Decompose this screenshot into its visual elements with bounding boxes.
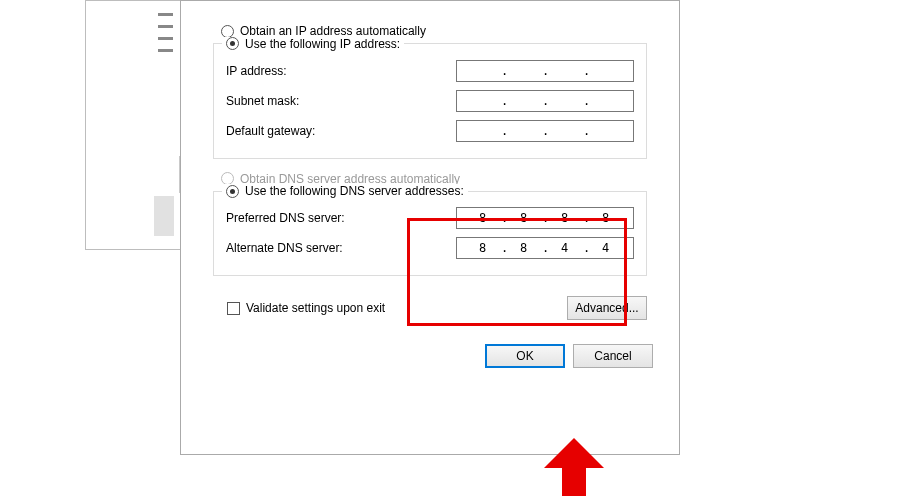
radio-use-ip-manual[interactable]: Use the following IP address: bbox=[222, 37, 404, 51]
radio-use-dns-manual[interactable]: Use the following DNS server addresses: bbox=[222, 184, 468, 198]
radio-label: Use the following IP address: bbox=[245, 37, 400, 51]
default-gateway-label: Default gateway: bbox=[226, 120, 315, 142]
ip-address-label: IP address: bbox=[226, 64, 456, 78]
preferred-dns-label: Preferred DNS server: bbox=[226, 211, 456, 225]
ok-button[interactable]: OK bbox=[485, 344, 565, 368]
subnet-mask-label: Subnet mask: bbox=[226, 94, 456, 108]
alternate-dns-label: Alternate DNS server: bbox=[226, 241, 456, 255]
checkbox-icon bbox=[227, 302, 240, 315]
tcpip-properties-dialog: Obtain an IP address automatically Use t… bbox=[180, 0, 680, 455]
ip-address-input[interactable]: . . . bbox=[456, 60, 634, 82]
subnet-mask-input[interactable]: . . . bbox=[456, 90, 634, 112]
dns-server-group: Use the following DNS server addresses: … bbox=[213, 191, 647, 277]
validate-label: Validate settings upon exit bbox=[246, 301, 385, 315]
background-window bbox=[85, 0, 195, 250]
alternate-dns-input[interactable]: 8. 8. 4. 4 bbox=[456, 237, 634, 259]
radio-label: Use the following DNS server addresses: bbox=[245, 184, 464, 198]
validate-settings-checkbox[interactable]: Validate settings upon exit bbox=[227, 301, 385, 315]
advanced-button[interactable]: Advanced... bbox=[567, 296, 647, 320]
radio-icon bbox=[226, 185, 239, 198]
radio-icon bbox=[226, 37, 239, 50]
default-gateway-input[interactable]: . . . bbox=[456, 120, 634, 142]
cancel-button[interactable]: Cancel bbox=[573, 344, 653, 368]
preferred-dns-input[interactable]: 8. 8. 8. 8 bbox=[456, 207, 634, 229]
ip-address-group: Use the following IP address: IP address… bbox=[213, 43, 647, 159]
